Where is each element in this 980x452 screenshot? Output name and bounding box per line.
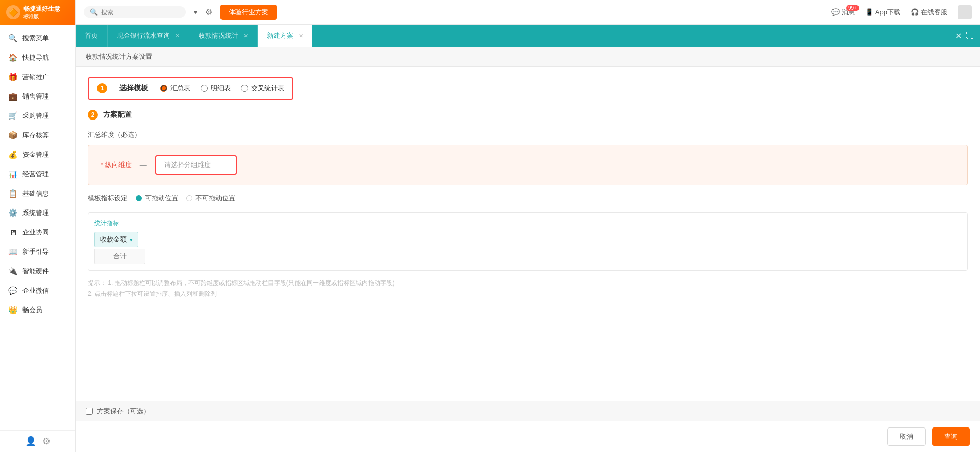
radio-summary[interactable]: 汇总表 bbox=[160, 84, 190, 93]
form-container: 1 选择模板 汇总表 明细表 bbox=[76, 67, 980, 401]
dimension-area: 纵向维度 — 请选择分组维度 bbox=[88, 145, 968, 185]
logo: 🔶 畅捷通好生意 标准版 bbox=[0, 0, 75, 25]
radio-crosstab-input[interactable] bbox=[241, 85, 248, 92]
sidebar-item-label: 企业协同 bbox=[22, 228, 49, 237]
tab-bank-flow[interactable]: 现金银行流水查询 ✕ bbox=[108, 25, 189, 47]
sidebar-item-search[interactable]: 🔍 搜索菜单 bbox=[0, 29, 75, 48]
dropdown-icon[interactable]: ▾ bbox=[194, 9, 197, 16]
radio-crosstab[interactable]: 交叉统计表 bbox=[241, 84, 284, 93]
radio-detail[interactable]: 明细表 bbox=[201, 84, 231, 93]
sidebar-item-label: 采购管理 bbox=[22, 111, 49, 121]
list-icon: 📋 bbox=[8, 189, 17, 198]
sidebar-item-enterprise-coop[interactable]: 🖥 企业协同 bbox=[0, 223, 75, 242]
tab-home-label: 首页 bbox=[85, 31, 98, 40]
dimension-row: 纵向维度 — 请选择分组维度 bbox=[101, 155, 955, 175]
tab-home[interactable]: 首页 bbox=[76, 25, 108, 47]
search-menu-icon: 🔍 bbox=[8, 34, 17, 43]
tips-section: 提示： 1. 拖动标题栏可以调整布局，不可跨维度或指标区域拖动栏目字段(只能在同… bbox=[88, 271, 968, 308]
sidebar-item-label: 新手引导 bbox=[22, 247, 49, 256]
plug-icon: 🔌 bbox=[8, 267, 17, 276]
sidebar-bottom: 👤 ⚙ bbox=[0, 430, 75, 452]
book-icon: 📖 bbox=[8, 247, 17, 256]
footer-save: 方案保存（可选） bbox=[76, 401, 980, 421]
sidebar-item-label: 库存核算 bbox=[22, 131, 49, 140]
sidebar-item-purchase[interactable]: 🛒 采购管理 bbox=[0, 106, 75, 126]
cart-icon: 🛒 bbox=[8, 111, 17, 121]
sidebar-item-wechat[interactable]: 💬 企业微信 bbox=[0, 281, 75, 300]
vertical-dimension-label: 纵向维度 bbox=[101, 160, 132, 170]
tab-actions: ✕ ⛶ bbox=[955, 31, 980, 41]
radio-summary-input[interactable] bbox=[160, 85, 167, 92]
sidebar: 🔶 畅捷通好生意 标准版 🔍 搜索菜单 🏠 快捷导航 🎁 营销推广 💼 销售管理… bbox=[0, 0, 76, 452]
sidebar-item-marketing[interactable]: 🎁 营销推广 bbox=[0, 67, 75, 87]
stats-group-label: 统计指标 bbox=[94, 219, 961, 228]
tab-new-scheme[interactable]: 新建方案 ✕ bbox=[258, 25, 312, 47]
sidebar-item-base-info[interactable]: 📋 基础信息 bbox=[0, 184, 75, 203]
tabbar: 首页 现金银行流水查询 ✕ 收款情况统计 ✕ 新建方案 ✕ ✕ ⛶ bbox=[76, 25, 980, 47]
radio-detail-input[interactable] bbox=[201, 85, 208, 92]
topbar-search-box[interactable]: 🔍 bbox=[84, 6, 186, 18]
step1-badge: 1 bbox=[97, 83, 107, 93]
sidebar-item-guide[interactable]: 📖 新手引导 bbox=[0, 242, 75, 261]
sidebar-user-icon[interactable]: 👤 bbox=[25, 436, 36, 447]
tab-bank-flow-close[interactable]: ✕ bbox=[175, 33, 180, 39]
tab-expand-icon[interactable]: ⛶ bbox=[966, 31, 974, 40]
tab-close-icon[interactable]: ✕ bbox=[955, 31, 962, 41]
save-checkbox-input[interactable] bbox=[86, 408, 93, 415]
briefcase-icon: 💼 bbox=[8, 92, 17, 101]
tab-new-scheme-close[interactable]: ✕ bbox=[299, 33, 303, 39]
user-avatar[interactable] bbox=[958, 5, 972, 19]
non-draggable-indicator: 不可拖动位置 bbox=[186, 194, 235, 203]
step2-header: 2 方案配置 bbox=[88, 110, 968, 120]
settings-icon[interactable]: ⚙ bbox=[205, 7, 212, 17]
sidebar-item-label: 系统管理 bbox=[22, 208, 49, 218]
sidebar-item-label: 搜索菜单 bbox=[22, 34, 49, 43]
trial-button[interactable]: 体验行业方案 bbox=[220, 5, 277, 20]
save-checkbox-label[interactable]: 方案保存（可选） bbox=[86, 407, 150, 416]
sidebar-item-sales[interactable]: 💼 销售管理 bbox=[0, 87, 75, 106]
money-icon: 💰 bbox=[8, 150, 17, 159]
support-label: 在线客服 bbox=[921, 8, 947, 17]
sidebar-item-inventory[interactable]: 📦 库存核算 bbox=[0, 126, 75, 145]
tab-receipt-stats[interactable]: 收款情况统计 ✕ bbox=[189, 25, 258, 47]
cancel-button[interactable]: 取消 bbox=[887, 427, 926, 446]
crown-icon: 👑 bbox=[8, 305, 17, 315]
topbar: 🔍 ▾ ⚙ 体验行业方案 💬 消息 99+ 📱 App下载 🎧 在线客服 bbox=[76, 0, 980, 25]
step2-badge: 2 bbox=[88, 110, 98, 120]
step2-section: 2 方案配置 汇总维度（必选） 纵向维度 — 请选择分组维度 bbox=[88, 110, 968, 308]
sidebar-item-operation[interactable]: 📊 经营管理 bbox=[0, 164, 75, 184]
query-button[interactable]: 查询 bbox=[932, 427, 970, 446]
metric-chevron-icon: ▾ bbox=[130, 236, 133, 243]
draggable-label: 可拖动位置 bbox=[145, 194, 178, 203]
sidebar-item-label: 经营管理 bbox=[22, 170, 49, 179]
gear-icon: ⚙️ bbox=[8, 208, 17, 218]
download-button[interactable]: 📱 App下载 bbox=[865, 8, 900, 17]
tab-receipt-stats-close[interactable]: ✕ bbox=[243, 33, 248, 39]
chat-icon: 💬 bbox=[8, 286, 17, 295]
page-title: 收款情况统计方案设置 bbox=[76, 47, 980, 67]
template-radio-group: 汇总表 明细表 交叉统计表 bbox=[160, 84, 284, 93]
sidebar-item-system[interactable]: ⚙️ 系统管理 bbox=[0, 203, 75, 223]
metrics-area: 统计指标 收款金额 ▾ 合计 bbox=[88, 212, 968, 271]
download-icon: 📱 bbox=[865, 8, 873, 16]
dimension-select[interactable]: 请选择分组维度 bbox=[155, 155, 237, 175]
search-input[interactable] bbox=[101, 9, 173, 16]
sidebar-item-label: 智能硬件 bbox=[22, 267, 49, 276]
sidebar-item-label: 畅会员 bbox=[22, 305, 42, 315]
metrics-title: 模板指标设定 bbox=[88, 194, 128, 203]
sidebar-item-label: 企业微信 bbox=[22, 286, 49, 295]
sidebar-item-smart-hardware[interactable]: 🔌 智能硬件 bbox=[0, 261, 75, 281]
config-section: 汇总维度（必选） 纵向维度 — 请选择分组维度 模板指标设定 bbox=[88, 130, 968, 308]
tip-1: 提示： 1. 拖动标题栏可以调整布局，不可跨维度或指标区域拖动栏目字段(只能在同… bbox=[88, 279, 968, 288]
draggable-indicator: 可拖动位置 bbox=[136, 194, 178, 203]
radio-summary-label: 汇总表 bbox=[170, 84, 190, 93]
sidebar-settings-icon[interactable]: ⚙ bbox=[42, 436, 51, 447]
metrics-header: 模板指标设定 可拖动位置 不可拖动位置 bbox=[88, 194, 968, 207]
drag-dot-active bbox=[136, 195, 142, 201]
support-button[interactable]: 🎧 在线客服 bbox=[911, 8, 947, 17]
sidebar-item-quick-nav[interactable]: 🏠 快捷导航 bbox=[0, 48, 75, 67]
sidebar-item-funds[interactable]: 💰 资金管理 bbox=[0, 145, 75, 164]
sidebar-item-member[interactable]: 👑 畅会员 bbox=[0, 300, 75, 320]
metric-tag-receipts[interactable]: 收款金额 ▾ bbox=[94, 232, 138, 247]
message-button[interactable]: 💬 消息 99+ bbox=[831, 8, 855, 17]
